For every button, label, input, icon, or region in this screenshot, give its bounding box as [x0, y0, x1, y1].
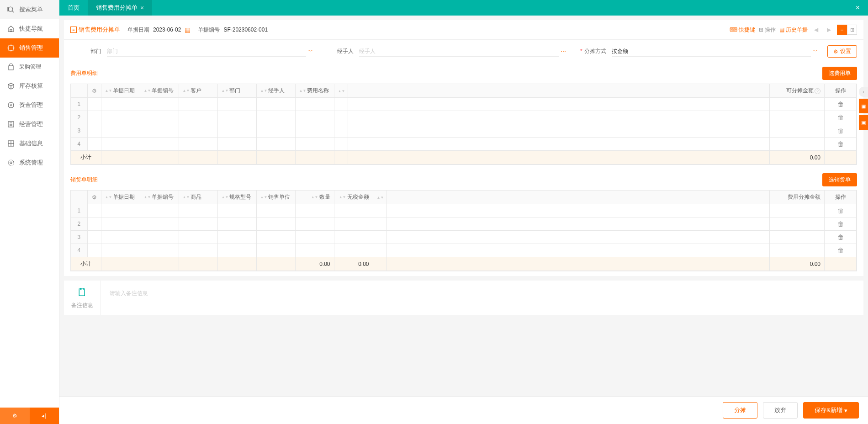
trash-icon[interactable]: 🗑	[837, 127, 844, 134]
memo-label: 备注信息	[71, 302, 93, 309]
col-product[interactable]: ▲▼商品	[179, 191, 217, 204]
chevron-down-icon[interactable]: ﹀	[308, 48, 313, 55]
sidebar-item-quicknav[interactable]: 快捷导航	[0, 19, 59, 38]
calendar-icon[interactable]: ▦	[185, 26, 191, 33]
shortcut-link[interactable]: ⌨快捷键	[730, 26, 755, 34]
table-row[interactable]: 2🗑	[71, 111, 857, 124]
float-action-1[interactable]: ▣	[859, 99, 868, 113]
col-gear[interactable]: ⚙	[87, 191, 101, 204]
col-qty[interactable]: ▲▼数量	[295, 191, 334, 204]
document-header: ≡ 销售费用分摊单 单据日期 2023-06-02 ▦ 单据编号 SF-2023…	[64, 20, 863, 40]
close-all-tabs-button[interactable]: ×	[851, 4, 864, 12]
handler-field: 经手人 ⋯	[323, 46, 566, 57]
doc-icon: ≡	[70, 26, 77, 33]
keyboard-icon: ⌨	[730, 26, 737, 33]
table-row[interactable]: 2🗑	[71, 217, 857, 231]
close-icon[interactable]: ×	[140, 4, 144, 11]
table-row[interactable]: 1🗑	[71, 98, 857, 111]
list-view-button[interactable]: ≡	[837, 25, 847, 35]
sidebar-item-basic[interactable]: 基础信息	[0, 134, 59, 153]
collapse-button[interactable]: ◂∣	[30, 408, 59, 424]
col-handler[interactable]: ▲▼经手人	[256, 84, 295, 98]
table-row[interactable]: 4🗑	[71, 138, 857, 151]
col-blank[interactable]: ▲▼	[334, 84, 348, 98]
memo-input[interactable]	[101, 281, 863, 315]
content: ≡ 销售费用分摊单 单据日期 2023-06-02 ▦ 单据编号 SF-2023…	[59, 16, 868, 396]
allocate-button[interactable]: 分摊	[723, 402, 757, 419]
trash-icon[interactable]: 🗑	[837, 247, 844, 254]
select-sales-button[interactable]: 选销货单	[822, 173, 857, 186]
col-dept[interactable]: ▲▼部门	[217, 84, 256, 98]
method-field: 分摊方式 ﹀	[575, 46, 818, 57]
col-alloc-amount[interactable]: 可分摊金额?	[770, 84, 825, 98]
sidebar-item-sales[interactable]: 销售管理	[0, 38, 59, 58]
settings-footer-button[interactable]: ⚙	[0, 408, 30, 424]
col-spacer	[348, 84, 770, 98]
operate-link[interactable]: ⊞操作	[759, 26, 776, 34]
table-row[interactable]: 4🗑	[71, 244, 857, 257]
col-date[interactable]: ▲▼单据日期	[101, 84, 140, 98]
tab-active[interactable]: 销售费用分摊单 ×	[88, 0, 152, 16]
code-field: 单据编号 SF-20230602-001	[198, 26, 268, 34]
sidebar-item-business[interactable]: 经营管理	[0, 115, 59, 134]
grid-view-button[interactable]: ⊞	[847, 25, 857, 35]
col-customer[interactable]: ▲▼客户	[179, 84, 217, 98]
save-new-button[interactable]: 保存&新增▾	[803, 402, 859, 419]
sidebar-item-search[interactable]: 搜索菜单	[0, 0, 59, 19]
trash-icon[interactable]: 🗑	[837, 220, 844, 228]
method-label: 分摊方式	[575, 48, 612, 55]
main-card: ≡ 销售费用分摊单 单据日期 2023-06-02 ▦ 单据编号 SF-2023…	[64, 20, 863, 276]
history-link[interactable]: ▤历史单据	[779, 26, 808, 34]
sort-icon: ▲▼	[311, 196, 318, 198]
float-toggle[interactable]: ‹	[859, 87, 868, 97]
date-value[interactable]: 2023-06-02	[153, 26, 181, 33]
section-title: 销货单明细	[70, 176, 98, 184]
col-amount-notax[interactable]: ▲▼无税金额	[334, 191, 373, 204]
trash-icon[interactable]: 🗑	[837, 207, 844, 214]
dept-field: 部门 ﹀	[70, 46, 313, 57]
trash-icon[interactable]: 🗑	[837, 101, 844, 108]
col-code[interactable]: ▲▼单据编号	[140, 191, 179, 204]
fee-table: ⚙ ▲▼单据日期 ▲▼单据编号 ▲▼客户 ▲▼部门 ▲▼经手人 ▲▼费用名称 ▲…	[71, 84, 857, 164]
sidebar-footer: ⚙ ◂∣	[0, 408, 59, 424]
table-row[interactable]: 3🗑	[71, 231, 857, 244]
col-blank[interactable]: ▲▼	[373, 191, 386, 204]
discard-button[interactable]: 放弃	[763, 402, 798, 419]
table-row[interactable]: 3🗑	[71, 124, 857, 138]
trash-icon[interactable]: 🗑	[837, 140, 844, 148]
form-row: 部门 ﹀ 经手人 ⋯ 分摊方式 ﹀ ⚙	[64, 40, 863, 63]
handler-input[interactable]	[359, 46, 558, 57]
trash-icon[interactable]: 🗑	[837, 233, 844, 241]
svg-line-1	[12, 11, 14, 12]
sidebar-item-purchase[interactable]: 采购管理	[0, 58, 59, 76]
float-action-2[interactable]: ▣	[859, 115, 868, 130]
next-button[interactable]: ▶	[824, 25, 833, 34]
dept-input[interactable]	[107, 46, 306, 57]
note-icon: 🗒	[77, 286, 88, 299]
col-op: 操作	[825, 84, 857, 98]
col-unit[interactable]: ▲▼销售单位	[256, 191, 295, 204]
chevron-down-icon: ▾	[844, 407, 847, 414]
doc-title-text: 销售费用分摊单	[79, 26, 120, 34]
col-fee-alloc[interactable]: 费用分摊金额	[770, 191, 825, 204]
col-spec[interactable]: ▲▼规格型号	[217, 191, 256, 204]
tab-home[interactable]: 首页	[59, 0, 88, 16]
svg-rect-5	[9, 66, 13, 70]
sidebar-item-finance[interactable]: ¥ 资金管理	[0, 95, 59, 115]
select-fee-button[interactable]: 选费用单	[822, 67, 857, 80]
help-icon[interactable]: ?	[815, 88, 820, 94]
settings-button[interactable]: ⚙ 设置	[827, 45, 857, 58]
col-date[interactable]: ▲▼单据日期	[101, 191, 140, 204]
trash-icon[interactable]: 🗑	[837, 114, 844, 121]
sort-icon: ▲▼	[260, 90, 268, 92]
col-gear[interactable]: ⚙	[87, 84, 101, 98]
chevron-down-icon[interactable]: ﹀	[813, 48, 818, 55]
sidebar-item-inventory[interactable]: 库存核算	[0, 76, 59, 95]
table-row[interactable]: 1🗑	[71, 204, 857, 217]
col-code[interactable]: ▲▼单据编号	[140, 84, 179, 98]
col-fee-name[interactable]: ▲▼费用名称	[295, 84, 334, 98]
sidebar-item-system[interactable]: 系统管理	[0, 153, 59, 172]
more-icon[interactable]: ⋯	[561, 48, 566, 55]
method-input[interactable]	[612, 46, 811, 57]
prev-button[interactable]: ◀	[811, 25, 820, 34]
